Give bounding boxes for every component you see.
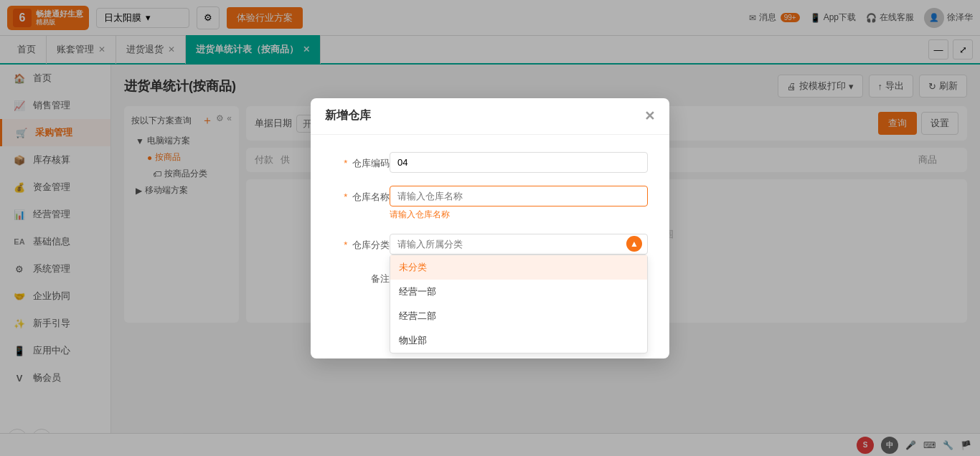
chevron-up-icon: ▲	[630, 239, 639, 249]
category-field: ▲ 未分类 经营一部 经营二部 物业部	[390, 234, 648, 255]
name-input[interactable]	[390, 186, 648, 206]
remark-label: 备注	[332, 267, 390, 285]
dropdown-item-dept2[interactable]: 经营二部	[390, 304, 647, 328]
dialog-overlay: 新增仓库 ✕ * 仓库编码 * 仓库名称	[0, 0, 980, 456]
dropdown-item-uncategorized[interactable]: 未分类	[390, 255, 647, 280]
form-row-code: * 仓库编码	[332, 152, 648, 173]
code-field	[390, 152, 648, 173]
category-label: * 仓库分类	[332, 234, 390, 252]
category-dropdown: 未分类 经营一部 经营二部 物业部	[390, 255, 648, 353]
form-row-category: * 仓库分类 ▲ 未分类 经营一部 经营二部 物业部	[332, 234, 648, 255]
dialog-title: 新增仓库	[325, 108, 371, 123]
dialog-close-button[interactable]: ✕	[644, 108, 655, 124]
name-error-msg: 请输入仓库名称	[390, 209, 648, 221]
name-field: 请输入仓库名称	[390, 186, 648, 221]
form-row-name: * 仓库名称 请输入仓库名称	[332, 186, 648, 221]
category-input[interactable]	[390, 234, 648, 255]
dialog-header: 新增仓库 ✕	[311, 98, 669, 135]
dropdown-item-dept1[interactable]: 经营一部	[390, 280, 647, 304]
dialog-body: * 仓库编码 * 仓库名称 请输入仓库名称	[311, 135, 669, 313]
code-input[interactable]	[390, 152, 648, 173]
dropdown-item-property[interactable]: 物业部	[390, 328, 647, 353]
name-label: * 仓库名称	[332, 186, 390, 204]
new-warehouse-dialog: 新增仓库 ✕ * 仓库编码 * 仓库名称	[311, 98, 669, 358]
code-label: * 仓库编码	[332, 152, 390, 170]
category-toggle-btn[interactable]: ▲	[626, 236, 642, 252]
